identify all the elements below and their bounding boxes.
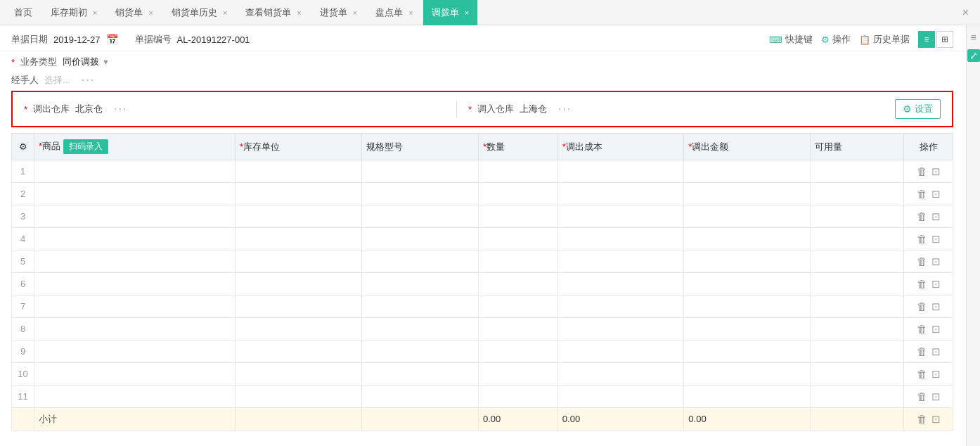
tab-sales-history[interactable]: 销货单历史 × [163,0,236,25]
delete-row-button[interactable]: 🗑 [917,390,927,402]
handler-input[interactable]: 选择... [44,74,70,87]
product-cell-1[interactable] [34,160,236,183]
qty-cell-6[interactable] [479,273,558,295]
amount-cell-1[interactable] [684,160,810,183]
unit-cell-4[interactable] [236,228,361,250]
tab-inventory-check-close[interactable]: × [408,8,413,17]
spec-cell-11[interactable] [361,386,478,408]
tab-view-sales[interactable]: 查看销货单 × [237,0,309,25]
product-cell-4[interactable] [34,228,236,250]
available-cell-10[interactable] [810,363,903,386]
tab-inventory-init[interactable]: 库存期初 × [42,0,105,25]
tab-transfer-order[interactable]: 调拨单 × [423,0,477,25]
qty-cell-5[interactable] [479,250,558,273]
tab-sales-order[interactable]: 销货单 × [107,0,161,25]
transfer-out-more-button[interactable]: ··· [114,103,127,115]
cost-cell-9[interactable] [557,340,683,363]
qty-cell-1[interactable] [479,160,558,183]
unit-cell-7[interactable] [236,295,361,318]
amount-cell-8[interactable] [684,318,810,340]
tab-sales-history-close[interactable]: × [223,8,227,17]
transfer-in-value[interactable]: 上海仓 [520,103,547,115]
amount-cell-2[interactable] [684,183,810,205]
layout-grid-button[interactable]: ⊞ [936,31,953,48]
delete-row-button[interactable]: 🗑 [917,345,927,357]
amount-cell-11[interactable] [684,386,810,408]
spec-cell-2[interactable] [361,183,478,205]
unit-cell-10[interactable] [236,363,361,386]
amount-cell-7[interactable] [684,295,810,318]
available-cell-11[interactable] [810,386,903,408]
cost-cell-11[interactable] [557,386,683,408]
amount-cell-5[interactable] [684,250,810,273]
copy-row-button[interactable]: ⊡ [931,210,941,223]
qty-cell-7[interactable] [479,295,558,318]
tab-sales-order-close[interactable]: × [148,8,153,17]
amount-cell-3[interactable] [684,205,810,228]
transfer-out-value[interactable]: 北京仓 [75,103,103,115]
handler-more-button[interactable]: ··· [82,74,95,87]
delete-row-button[interactable]: 🗑 [917,368,927,380]
copy-row-button[interactable]: ⊡ [931,255,941,268]
tab-inventory-check[interactable]: 盘点单 × [367,0,421,25]
available-cell-9[interactable] [810,340,903,363]
cost-cell-1[interactable] [557,160,683,183]
qty-cell-4[interactable] [479,228,558,250]
product-cell-5[interactable] [34,250,236,273]
operations-button[interactable]: ⚙ 操作 [821,33,851,46]
copy-row-button[interactable]: ⊡ [931,390,941,403]
gear-column-header[interactable]: ⚙ [12,134,34,160]
delete-row-button[interactable]: 🗑 [917,323,927,335]
unit-cell-3[interactable] [236,205,361,228]
qty-cell-2[interactable] [479,183,558,205]
layout-list-button[interactable]: ≡ [918,31,935,48]
copy-row-button[interactable]: ⊡ [931,278,941,291]
delete-row-button[interactable]: 🗑 [917,255,927,267]
amount-cell-4[interactable] [684,228,810,250]
available-cell-1[interactable] [810,160,903,183]
delete-row-button[interactable]: 🗑 [917,210,927,222]
qty-cell-10[interactable] [479,363,558,386]
sidebar-list-icon[interactable]: ≡ [967,31,980,44]
settings-button[interactable]: ⚙ 设置 [895,99,941,119]
spec-cell-1[interactable] [361,160,478,183]
tab-purchase-order[interactable]: 进货单 × [311,0,366,25]
sidebar-expand-icon[interactable]: ⤢ [967,49,980,62]
qty-cell-3[interactable] [479,205,558,228]
subtotal-delete-icon[interactable]: 🗑 [917,413,927,425]
product-cell-2[interactable] [34,183,236,205]
cost-cell-7[interactable] [557,295,683,318]
spec-cell-6[interactable] [361,273,478,295]
delete-row-button[interactable]: 🗑 [917,300,927,312]
unit-cell-6[interactable] [236,273,361,295]
spec-cell-3[interactable] [361,205,478,228]
copy-row-button[interactable]: ⊡ [931,300,941,313]
unit-cell-2[interactable] [236,183,361,205]
copy-row-button[interactable]: ⊡ [931,165,941,178]
delete-row-button[interactable]: 🗑 [917,278,927,290]
cost-cell-3[interactable] [557,205,683,228]
business-type-select[interactable]: 同价调拨 ▼ [63,56,110,68]
available-cell-4[interactable] [810,228,903,250]
product-cell-10[interactable] [34,363,236,386]
tab-inventory-init-close[interactable]: × [93,8,97,17]
spec-cell-5[interactable] [361,250,478,273]
unit-cell-9[interactable] [236,340,361,363]
available-cell-8[interactable] [810,318,903,340]
amount-cell-9[interactable] [684,340,810,363]
cost-cell-5[interactable] [557,250,683,273]
delete-row-button[interactable]: 🗑 [917,233,927,245]
qty-cell-9[interactable] [479,340,558,363]
copy-row-button[interactable]: ⊡ [931,368,941,381]
spec-cell-10[interactable] [361,363,478,386]
spec-cell-9[interactable] [361,340,478,363]
product-cell-9[interactable] [34,340,236,363]
available-cell-3[interactable] [810,205,903,228]
tab-home[interactable]: 首页 [6,0,41,25]
copy-row-button[interactable]: ⊡ [931,233,941,246]
unit-cell-11[interactable] [236,386,361,408]
product-cell-6[interactable] [34,273,236,295]
copy-row-button[interactable]: ⊡ [931,345,941,358]
copy-row-button[interactable]: ⊡ [931,188,941,200]
available-cell-2[interactable] [810,183,903,205]
